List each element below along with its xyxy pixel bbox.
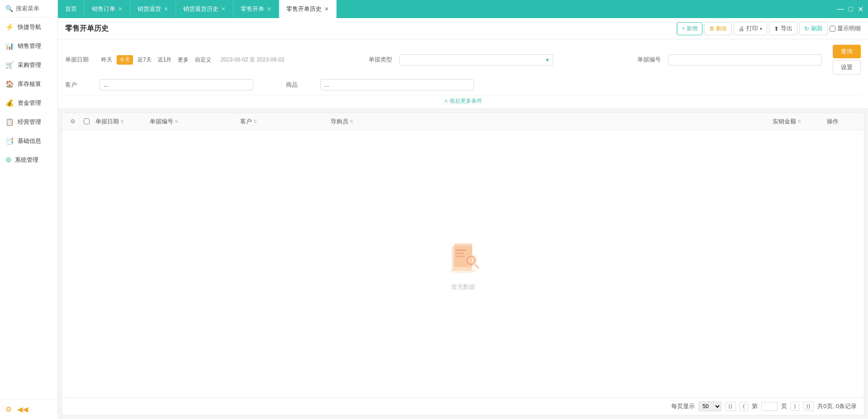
tab-sales-return[interactable]: 销货退货✕: [130, 0, 176, 18]
col-date-sort-icon: ⇅: [120, 119, 124, 124]
date-opt-昨天[interactable]: 昨天: [100, 55, 114, 65]
sidebar-item-finance[interactable]: 💰资金管理: [0, 94, 57, 113]
tab-sales-return-history-label: 销货退货历史: [183, 5, 218, 13]
tab-bar: 首页销售订单✕销货退货✕销货退货历史✕零售开单✕零售开单历史✕ — □ ✕: [58, 0, 868, 18]
tab-sales-order-close-icon[interactable]: ✕: [118, 6, 123, 12]
sidebar-item-sales-mgmt[interactable]: 📊销售管理: [0, 37, 57, 56]
table-select-all-checkbox[interactable]: [80, 118, 93, 124]
tab-sales-order-label: 销售订单: [92, 5, 115, 13]
svg-rect-5: [455, 256, 465, 257]
export-button[interactable]: ⬆ 导出: [769, 22, 797, 35]
col-num-label: 单据编号: [150, 118, 173, 126]
refresh-icon: ↻: [804, 25, 809, 32]
query-button[interactable]: 查询: [833, 45, 861, 58]
select-all-input[interactable]: [84, 118, 90, 124]
col-guide-label: 导购员: [331, 118, 348, 126]
window-minimize-icon[interactable]: —: [837, 5, 844, 13]
customer-select[interactable]: ...: [100, 79, 253, 90]
last-page-button[interactable]: ⟩⟩: [803, 402, 814, 411]
window-close-icon[interactable]: ✕: [858, 5, 863, 14]
col-num-sort-icon: ⇅: [175, 119, 178, 124]
num-filter-input[interactable]: [668, 54, 822, 66]
first-page-button[interactable]: ⟨⟨: [725, 402, 736, 411]
date-filter-label: 单据日期: [65, 56, 92, 64]
add-button[interactable]: + 新增: [677, 22, 702, 35]
sidebar-ops-mgmt-label: 经营管理: [18, 118, 41, 126]
tab-home[interactable]: 首页: [58, 0, 85, 18]
sidebar: 🔍 搜索菜单 ⚡快捷导航📊销售管理🛒采购管理🏠库存核算💰资金管理📋经营管理📑基础…: [0, 0, 58, 419]
empty-illustration: [443, 237, 484, 278]
sidebar-collapse-icon[interactable]: ◀◀: [17, 405, 28, 414]
date-opt-今天[interactable]: 今天: [117, 55, 133, 65]
customer-filter-label: 客户: [65, 81, 92, 89]
sidebar-item-basic-info[interactable]: 📑基础信息: [0, 132, 57, 151]
col-header-date[interactable]: 单据日期 ⇅: [93, 118, 147, 126]
delete-button[interactable]: 🗑 删除: [704, 22, 732, 35]
sidebar-finance-icon: 💰: [5, 99, 14, 107]
collapse-filter-bar[interactable]: ∧ 收起更多条件: [65, 95, 861, 107]
col-customer-sort-icon: ⇅: [253, 119, 257, 124]
search-icon: 🔍: [5, 5, 13, 12]
display-detail-input[interactable]: [830, 26, 835, 32]
sidebar-item-inventory[interactable]: 🏠库存核算: [0, 75, 57, 94]
tab-sales-order[interactable]: 销售订单✕: [85, 0, 130, 18]
col-header-guide[interactable]: 导购员 ⇅: [328, 118, 382, 126]
date-opt-更多[interactable]: 更多: [176, 55, 190, 65]
col-header-num[interactable]: 单据编号 ⇅: [147, 118, 237, 126]
table-column-settings-icon[interactable]: ⚙: [66, 118, 80, 125]
print-arrow-icon: ▾: [760, 26, 762, 31]
sidebar-basic-info-icon: 📑: [5, 137, 14, 145]
display-detail-checkbox[interactable]: 显示明细: [830, 24, 861, 33]
sidebar-item-ops-mgmt[interactable]: 📋经营管理: [0, 113, 57, 132]
tab-retail-history-close-icon[interactable]: ✕: [324, 6, 329, 12]
col-header-amount[interactable]: 实销金额 ⇅: [770, 118, 824, 126]
sidebar-purchase-mgmt-icon: 🛒: [5, 61, 14, 69]
table-header: ⚙ 单据日期 ⇅ 单据编号 ⇅ 客户 ⇅ 导购员 ⇅ 实销金额: [62, 113, 864, 130]
date-opt-近7天[interactable]: 近7天: [136, 55, 153, 65]
tab-sales-return-close-icon[interactable]: ✕: [164, 6, 168, 12]
type-select-arrow-icon: ▾: [546, 56, 549, 63]
sidebar-gear-icon[interactable]: ⚙: [5, 405, 12, 414]
next-page-button[interactable]: ⟩: [791, 402, 799, 411]
tab-retail-open[interactable]: 零售开单✕: [233, 0, 279, 18]
sidebar-item-purchase-mgmt[interactable]: 🛒采购管理: [0, 56, 57, 75]
tab-bar-right: — □ ✕: [837, 5, 868, 14]
settings-button[interactable]: 设置: [833, 60, 861, 75]
type-filter-label: 单据类型: [369, 56, 392, 64]
empty-state: 暂无数据: [62, 130, 864, 397]
date-opt-自定义[interactable]: 自定义: [193, 55, 213, 65]
sidebar-purchase-mgmt-label: 采购管理: [18, 61, 41, 69]
pagination: 每页显示 50 100 200 ⟨⟨ ⟨ 第 1 页 ⟩ ⟩⟩ 共0页, 0条记…: [62, 397, 864, 415]
per-page-label: 每页显示: [671, 402, 695, 410]
type-select[interactable]: ▾: [399, 54, 553, 66]
current-page-input[interactable]: 1: [761, 402, 778, 411]
print-icon: 🖨: [739, 25, 745, 32]
goods-select[interactable]: ...: [320, 79, 474, 90]
sidebar-item-quick-nav[interactable]: ⚡快捷导航: [0, 18, 57, 37]
sidebar-item-sys-mgmt[interactable]: ⚙系统管理: [0, 151, 57, 169]
date-range-display: 2023-06-02 至 2023-06-02: [220, 56, 284, 64]
total-info: 共0页, 0条记录: [817, 402, 857, 410]
refresh-button[interactable]: ↻ 刷新: [799, 22, 828, 35]
search-menu-item[interactable]: 🔍 搜索菜单: [0, 0, 57, 18]
col-header-customer[interactable]: 客户 ⇅: [237, 118, 328, 126]
page-label: 第: [752, 402, 758, 410]
tab-retail-open-label: 零售开单: [241, 5, 264, 13]
window-maximize-icon[interactable]: □: [849, 5, 853, 13]
per-page-select[interactable]: 50 100 200: [698, 401, 721, 411]
tab-retail-history[interactable]: 零售开单历史✕: [279, 0, 337, 18]
sidebar-basic-info-label: 基础信息: [18, 137, 41, 145]
prev-page-button[interactable]: ⟨: [740, 402, 748, 411]
print-button[interactable]: 🖨 🖨 打印 打印 ▾: [734, 22, 767, 35]
sidebar-sys-mgmt-icon: ⚙: [5, 156, 11, 164]
col-guide-sort-icon: ⇅: [350, 119, 353, 124]
sidebar-sales-mgmt-icon: 📊: [5, 42, 14, 50]
tab-sales-return-history-close-icon[interactable]: ✕: [221, 6, 226, 12]
tab-retail-open-close-icon[interactable]: ✕: [267, 6, 271, 12]
col-header-ops: 操作: [824, 118, 860, 126]
sidebar-inventory-icon: 🏠: [5, 80, 14, 88]
filter-area: 单据日期 昨天今天近7天近1月更多自定义 2023-06-02 至 2023-0…: [58, 39, 868, 109]
tab-sales-return-history[interactable]: 销货退货历史✕: [176, 0, 233, 18]
date-opt-近1月[interactable]: 近1月: [156, 55, 174, 65]
num-filter-label: 单据编号: [637, 56, 661, 64]
